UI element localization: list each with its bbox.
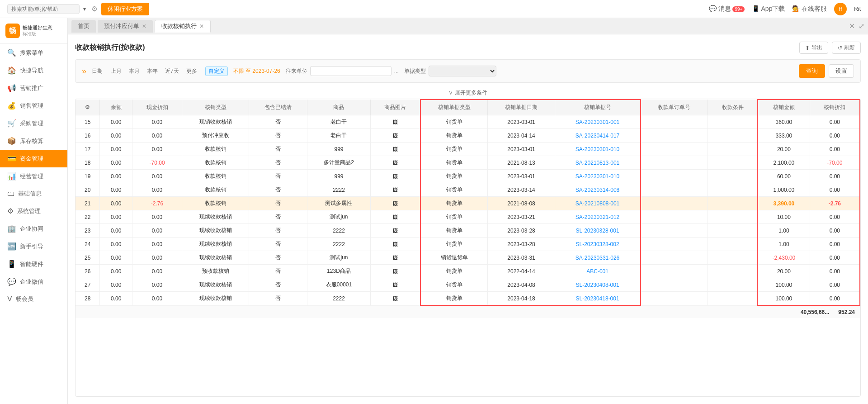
dropdown-arrow[interactable]: ▾	[83, 6, 86, 12]
query-btn[interactable]: 查询	[799, 64, 825, 78]
bill-no-link[interactable]: SL-20230408-001	[576, 282, 619, 288]
cell-bill_no[interactable]: SL-20230328-001	[555, 224, 640, 238]
bill-no-link[interactable]: SA-20230301-001	[576, 119, 619, 125]
sidebar-item-wechat[interactable]: 💬企业微信	[0, 273, 67, 290]
sidebar-item-corp[interactable]: 🏢企业协同	[0, 220, 67, 238]
filter-setting-btn[interactable]: 设置	[829, 64, 854, 78]
tab-maximize-btn[interactable]: ⤢	[859, 22, 864, 30]
date-btn-本月[interactable]: 本月	[126, 67, 142, 76]
filter-collapse-btn[interactable]: »	[82, 67, 86, 76]
cell-cancel_type: 收款核销	[182, 170, 249, 183]
bill-no-link[interactable]: SA-20210808-001	[576, 200, 619, 207]
table-row: 170.000.00收款核销否999🖼销货单2023-03-01SA-20230…	[75, 143, 860, 156]
cell-bill_type: 销货单	[420, 292, 488, 306]
tab-close-prepay[interactable]: ✕	[142, 23, 146, 29]
table-row: 210.00-2.76收款核销否测试多属性🖼销货单2021-08-08SA-20…	[75, 197, 860, 210]
tab-close-collection[interactable]: ✕	[199, 23, 204, 29]
settings-icon[interactable]: ⚙	[91, 5, 98, 13]
cell-bill_no[interactable]: SA-20230321-012	[555, 210, 640, 224]
date-btn-更多[interactable]: 更多	[184, 67, 200, 76]
bill-no-link[interactable]: SA-20230321-012	[576, 214, 619, 220]
sidebar-item-basic[interactable]: 🗃基础信息	[0, 185, 67, 202]
cell-bill_no[interactable]: SA-20230301-010	[555, 143, 640, 156]
tab-prepay[interactable]: 预付冲应付单✕	[98, 20, 153, 33]
industry-solution-btn[interactable]: 休闲行业方案	[101, 3, 149, 15]
bill-no-link[interactable]: SA-20230414-017	[576, 133, 619, 139]
sidebar-item-hardware[interactable]: 📱智能硬件	[0, 255, 67, 273]
cell-no: 20	[75, 183, 100, 197]
cell-balance: 0.00	[100, 238, 132, 251]
cell-bill_no[interactable]: ABC-001	[555, 265, 640, 278]
col-header-bill_no: 核销单据号	[555, 100, 640, 115]
sidebar-item-vip[interactable]: V畅会员	[0, 290, 67, 308]
expand-conditions-btn[interactable]: ∨ 展开更多条件	[448, 90, 487, 96]
user-avatar[interactable]: R	[834, 3, 847, 15]
cell-bill_no[interactable]: SA-20230331-026	[555, 251, 640, 265]
party-input[interactable]	[310, 66, 392, 76]
cell-bill_no[interactable]: SA-20210813-001	[555, 156, 640, 170]
sidebar-item-operations[interactable]: 📊经营管理	[0, 167, 67, 185]
online-service-link[interactable]: 💁 在线客服	[792, 5, 827, 13]
cell-bill_date: 2023-04-18	[488, 292, 555, 306]
sidebar-item-purchase[interactable]: 🛒采购管理	[0, 114, 67, 132]
tab-close-all-btn[interactable]: ✕	[849, 22, 855, 30]
bill-type-select[interactable]	[429, 66, 496, 76]
cell-include_settled: 否	[249, 278, 307, 292]
bill-no-link[interactable]: SL-20230328-001	[576, 228, 619, 234]
sidebar-item-search[interactable]: 🔍搜索菜单	[0, 44, 67, 62]
cell-cancel_amount: 100.00	[758, 292, 810, 306]
cell-cancel_type: 预收款核销	[182, 265, 249, 278]
cell-bill_no[interactable]: SA-20230314-008	[555, 183, 640, 197]
bill-no-link[interactable]: SA-20210813-001	[576, 160, 619, 166]
sidebar-item-sales[interactable]: 💰销售管理	[0, 97, 67, 114]
cell-bill_no[interactable]: SL-20230418-001	[555, 292, 640, 306]
date-btn-上月[interactable]: 上月	[108, 67, 124, 76]
cell-collect_condition	[708, 197, 758, 210]
tab-home[interactable]: 首页	[71, 20, 96, 33]
bill-no-link[interactable]: SA-20230301-010	[576, 146, 619, 152]
bill-no-link[interactable]: SA-20230331-026	[576, 255, 619, 261]
sidebar-item-inventory[interactable]: 📦库存核算	[0, 132, 67, 150]
app-download-link[interactable]: 📱 App下载	[752, 5, 785, 13]
cell-bill_no[interactable]: SL-20230328-002	[555, 238, 640, 251]
cell-collect_order_no	[641, 278, 708, 292]
cell-bill_date: 2023-03-21	[488, 210, 555, 224]
refresh-btn[interactable]: ↺ 刷新	[832, 42, 861, 54]
bill-no-link[interactable]: SA-20230314-008	[576, 187, 619, 193]
cell-product: 衣服00001	[307, 278, 371, 292]
cell-cancel_amount: 60.00	[758, 170, 810, 183]
sidebar-item-shortcuts[interactable]: 🏠快捷导航	[0, 62, 67, 79]
cell-product_image: 🖼	[370, 265, 420, 278]
sidebar-item-finance[interactable]: 💳资金管理	[0, 150, 67, 167]
cell-bill_no[interactable]: SA-20230414-017	[555, 129, 640, 143]
export-btn[interactable]: ⬆ 导出	[799, 42, 828, 54]
sidebar-item-system[interactable]: ⚙系统管理	[0, 202, 67, 220]
sidebar-label-search: 搜索菜单	[20, 49, 43, 57]
tab-collection[interactable]: 收款核销执行✕	[155, 20, 211, 33]
sidebar-item-marketing[interactable]: 📢营销推广	[0, 79, 67, 97]
bill-no-link[interactable]: SL-20230328-002	[576, 241, 619, 247]
cell-collect_condition	[708, 278, 758, 292]
cell-bill_no[interactable]: SA-20230301-010	[555, 170, 640, 183]
bill-no-link[interactable]: ABC-001	[586, 268, 609, 275]
date-btn-本年[interactable]: 本年	[144, 67, 160, 76]
cell-collect_order_no	[641, 183, 708, 197]
table-body: 150.000.00现销收款核销否老白干🖼销货单2023-03-01SA-202…	[75, 115, 860, 306]
party-dots[interactable]: ...	[394, 68, 399, 74]
cell-cancel_amount: 1,000.00	[758, 183, 810, 197]
cell-cancel_type: 现续收款核销	[182, 210, 249, 224]
date-btn-近7天[interactable]: 近7天	[162, 67, 182, 76]
message-icon[interactable]: 💬 消息 99+	[709, 5, 745, 13]
custom-date-btn[interactable]: 自定义	[205, 67, 228, 76]
bill-no-link[interactable]: SL-20230418-001	[576, 295, 619, 302]
bill-no-link[interactable]: SA-20230301-010	[576, 173, 619, 180]
cell-bill_no[interactable]: SA-20210808-001	[555, 197, 640, 210]
cell-product_image: 🖼	[370, 183, 420, 197]
cell-bill_no[interactable]: SL-20230408-001	[555, 278, 640, 292]
cell-no: 15	[75, 115, 100, 129]
cell-bill_no[interactable]: SA-20230301-001	[555, 115, 640, 129]
sidebar-logo: 畅 畅捷通好生意 标准版	[0, 18, 67, 44]
sidebar-item-guide[interactable]: 🆕新手引导	[0, 238, 67, 255]
page-title: 收款核销执行(按收款)	[75, 43, 145, 52]
search-input[interactable]	[7, 4, 80, 14]
